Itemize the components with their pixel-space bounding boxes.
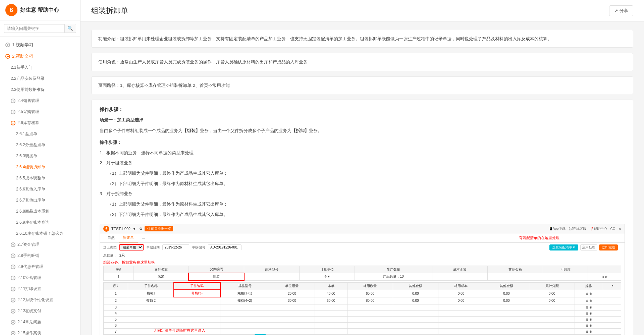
close-button[interactable]: ✕: [619, 227, 621, 231]
page-title: 组装拆卸单: [91, 6, 128, 16]
sidebar-item-label: 2.10经营管理: [17, 275, 41, 281]
sidebar-item-stocktake[interactable]: 2.6.1盘点单: [0, 128, 80, 139]
sidebar-item-assembly[interactable]: 2.6.4组装拆卸单: [0, 162, 80, 173]
type-select[interactable]: 组装单据 拆卸单据: [119, 244, 144, 250]
col-parent-name: 父件名称: [133, 266, 189, 273]
cc-link[interactable]: CC: [610, 227, 615, 231]
tab-new[interactable]: 新建单: [119, 233, 138, 242]
share-button[interactable]: ↗ 分享: [609, 5, 633, 16]
sidebar-item-label: 2.13在线支付: [17, 308, 41, 314]
col-actions: [588, 266, 621, 273]
sidebar-item-install[interactable]: 2.2产品安装及登录: [0, 73, 80, 84]
sidebar-item-label: 2.帮助文档: [12, 53, 33, 59]
path-intro-text: 页面路径：1、库存核算->库存管理->组装拆卸单 2、首页->常用功能: [98, 81, 626, 89]
sidebar-item-video[interactable]: 1.视频学习: [0, 39, 80, 51]
expand-icon: [11, 320, 15, 325]
form-row: 加工类型 组装单据 拆卸单据 单据日期 单据编号 选取装配清单▼: [100, 243, 625, 252]
main-content: 组装拆卸单 ↗ 分享 功能介绍：组装拆卸单用来处理企业组装或拆卸等加工业务，支持…: [80, 0, 644, 335]
search-input[interactable]: [4, 24, 65, 33]
sidebar-item-inventory[interactable]: 2.6库存核算: [0, 117, 80, 128]
low-col-cost-amt: 耗用成本: [438, 282, 484, 290]
sidebar-item-mobile[interactable]: 2.8手机旺铺: [0, 250, 80, 261]
sidebar-item-label: 2.12系统个性化设置: [17, 297, 53, 303]
sidebar-item-adjust[interactable]: 2.6.3调拨单: [0, 151, 80, 162]
type-label: 加工类型: [103, 245, 117, 250]
sidebar-item-label: 2.6库存核算: [17, 120, 39, 126]
online-service-link[interactable]: 💬在线客服: [569, 226, 586, 231]
lower-table-section: 序# 子件名称 子件编码 规格型号 单位用量 本单 耗用数量 其他金额 耗用成本: [100, 282, 625, 335]
sidebar-item-label: 2.15操作案例: [17, 330, 41, 335]
sidebar-item-stockallocate[interactable]: 2.6.2分量盘点单: [0, 139, 80, 151]
num-label: 单据编号: [192, 245, 205, 250]
sidebar-item-print[interactable]: 2.11打印设置: [0, 283, 80, 294]
sidebar-item-faq[interactable]: 2.14常见问题: [0, 317, 80, 328]
step1-item: 1、根据不同的业务，选择不同单据的类型来处理: [100, 149, 625, 157]
low-col-unit-use: 单位用量: [269, 282, 315, 290]
expand-icon: [11, 265, 15, 269]
sidebar-item-label: 2.6.10库存账本错了怎么办: [16, 231, 63, 236]
sidebar-item-costadj[interactable]: 2.6.5成本调整单: [0, 173, 80, 184]
app-download-link[interactable]: 📱App下载: [549, 226, 566, 231]
sidebar-item-label: 2.6.8商品成本重算: [16, 209, 49, 214]
share-icon: ↗: [614, 8, 618, 13]
sidebar-item-label: 2.6.5成本调整单: [16, 175, 45, 181]
step1-text: 1、根据不同的业务，选择不同单据的类型来处理: [100, 150, 194, 155]
num-input[interactable]: [208, 244, 241, 250]
sidebar-item-custom[interactable]: 2.12系统个性化设置: [0, 294, 80, 305]
sidebar-item-label: 2.9优惠券管理: [17, 264, 43, 270]
sidebar-item-label: 2.6.4组装拆卸单: [16, 164, 45, 170]
sidebar-item-stockerror[interactable]: 2.6.10库存账本错了怎么办: [0, 228, 80, 239]
sidebar-item-otheroutstock[interactable]: 2.6.7其他出库单: [0, 195, 80, 206]
sidebar-item-otherinstock[interactable]: 2.6.6其他入库单: [0, 184, 80, 195]
help-center-link[interactable]: ❓帮助中心: [590, 226, 607, 231]
low-col-code: 子件编码: [174, 282, 220, 290]
date-input[interactable]: [162, 244, 189, 250]
sidebar-item-docs[interactable]: 2.帮助文档: [0, 51, 80, 62]
sidebar-item-label: 2.4销售管理: [17, 98, 39, 104]
search-button[interactable]: 🔍: [65, 24, 76, 33]
table-row: 2 葡萄 2 规格(4+2) 30.00 60.00 80.00 0.00 0.…: [104, 297, 621, 304]
sidebar-item-operation[interactable]: 2.10经营管理: [0, 272, 80, 283]
role-intro-text: 使用角色：通常由生产人员或库管人员完成拆装业务的操作，库管人员确认原材料的出库和…: [98, 58, 626, 66]
sidebar-item-coupon[interactable]: 2.9优惠券管理: [0, 261, 80, 272]
share-label: 分享: [620, 8, 628, 14]
step3-sub2-text: （2）下部明细为子件明细，最终作为产成品生成其它入库单。: [108, 212, 228, 217]
step2-sub2-item: （2）下部明细为子件明细，最终作为原材料生成其它出库单。: [100, 180, 625, 188]
brand-name: 好生意 帮助中心: [20, 7, 59, 14]
sidebar-item-label: 2.11打印设置: [17, 286, 41, 292]
feature-intro-text: 功能介绍：组装拆卸单用来处理企业组装或拆卸等加工业务，支持有固定装配清单的产品加…: [98, 35, 626, 43]
annotation-nobom: 无固定清单可以随时在这里录入: [154, 328, 205, 333]
sidebar-item-goodscost[interactable]: 2.6.8商品成本重算: [0, 206, 80, 217]
sidebar-item-label: 2.6.2分量盘点单: [16, 142, 45, 148]
bom-process-button[interactable]: 选取装配清单▼: [549, 244, 578, 250]
sidebar-item-purchase[interactable]: 2.5采购管理: [0, 106, 80, 117]
expand-icon: [11, 242, 15, 247]
enable-field: 启用处理: [580, 244, 597, 250]
step2-sub2-text: （2）下部明细为子件明细，最终作为原材料生成其它出库单。: [108, 181, 228, 186]
prev-docs-button[interactable]: ◁ 前置单据一览: [145, 226, 173, 231]
low-col-consumed: 耗用数量: [347, 282, 393, 290]
sidebar-item-fund[interactable]: 2.7资金管理: [0, 239, 80, 250]
low-col-alloc: 累计分配: [529, 282, 575, 290]
titlebar-code: TEST-H002: [111, 227, 130, 231]
sidebar-item-cases[interactable]: 2.15操作案例: [0, 328, 80, 335]
expand-icon: [11, 99, 15, 103]
low-col-expand: ↗: [603, 282, 621, 290]
col-spec: 规格型号: [244, 266, 300, 273]
low-col-seq: 序#: [104, 282, 128, 290]
sidebar-item-intro[interactable]: 2.1新手入门: [0, 62, 80, 73]
collapse-icon: [11, 121, 15, 125]
sidebar-item-sales[interactable]: 2.4销售管理: [0, 95, 80, 106]
expand-icon: [11, 110, 15, 114]
low-col-other-amt: 其他金额: [393, 282, 438, 290]
tab-more[interactable]: ...: [138, 233, 149, 242]
sidebar-item-label: 2.6.7其他出库单: [16, 198, 45, 203]
sidebar-item-stockledger[interactable]: 2.6.9库存账本查询: [0, 217, 80, 228]
confirm-button[interactable]: 立即完成: [599, 244, 618, 250]
collapse-icon: [5, 54, 10, 59]
col-other-amt: 其他金额: [488, 266, 543, 273]
sidebar-item-data[interactable]: 2.3使用前数据准备: [0, 84, 80, 95]
tab-natural[interactable]: 自然: [103, 233, 119, 242]
sidebar-item-online[interactable]: 2.13在线支付: [0, 305, 80, 317]
low-col-other2: 其他金额: [484, 282, 529, 290]
